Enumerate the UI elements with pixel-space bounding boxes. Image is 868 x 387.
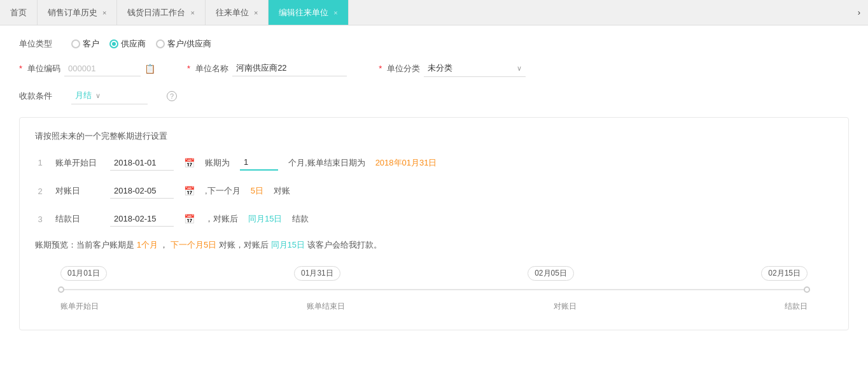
radio-label-supplier: 供应商 <box>121 38 146 50</box>
tab-close-edit-partner[interactable]: × <box>333 9 337 17</box>
timeline-line <box>60 290 808 290</box>
step-1-end-date: 2018年01月31日 <box>375 157 437 169</box>
step-3-highlight: 同月15日 <box>248 213 282 225</box>
preview-text: 账期预览：当前客户账期是 1个月 ， 下一个月5日 对账，对账后 同月15日 该… <box>35 239 833 251</box>
tl-badge-3: 02月05日 <box>528 266 574 281</box>
tl-point-4: 02月15日 <box>761 266 808 281</box>
step-3-suffix: 结款 <box>292 213 309 225</box>
unit-category-field: * 单位分类 未分类 ∨ <box>379 60 526 77</box>
payment-label: 收款条件 <box>19 90 52 102</box>
unit-name-required: * <box>187 64 190 73</box>
section-title: 请按照未来的一个完整帐期进行设置 <box>35 130 833 142</box>
payment-select[interactable]: 月结 ∨ <box>71 87 148 104</box>
unit-code-copy-icon[interactable]: 📋 <box>144 64 155 74</box>
chevron-down-icon: ∨ <box>517 64 522 73</box>
radio-supplier[interactable]: 供应商 <box>109 38 146 50</box>
period-input[interactable] <box>240 155 278 171</box>
timeline-label-row: 账单开始日 账单结束日 对账日 结款日 <box>35 299 833 312</box>
unit-type-radio-group: 客户 供应商 客户/供应商 <box>71 38 211 50</box>
step-1-num: 1 <box>35 158 45 167</box>
timeline: 01月01日 01月31日 02月05日 02月15日 <box>35 266 833 312</box>
step-1-cal-icon[interactable]: 📅 <box>184 158 195 168</box>
step-2-date-input[interactable] <box>110 183 174 199</box>
unit-type-label: 单位类型 <box>19 38 52 50</box>
tab-edit-partner[interactable]: 编辑往来单位 × <box>269 0 348 25</box>
settings-section: 请按照未来的一个完整帐期进行设置 1 账单开始日 📅 账期为 个月,账单结束日期… <box>19 117 849 330</box>
step-2-num: 2 <box>35 186 45 196</box>
step-3-cal-icon[interactable]: 📅 <box>184 214 195 224</box>
unit-name-field: * 单位名称 <box>187 61 347 76</box>
payment-chevron-icon: ∨ <box>95 92 101 100</box>
step-3-date-input[interactable] <box>110 211 174 227</box>
step-1-date-input[interactable] <box>110 155 174 171</box>
tab-home[interactable]: 首页 <box>0 0 38 25</box>
tab-cashflow[interactable]: 钱货日清工作台 × <box>117 0 205 25</box>
radio-circle-both <box>156 39 165 48</box>
step-2-suffix: 对账 <box>274 185 290 197</box>
radio-customer[interactable]: 客户 <box>71 38 99 50</box>
tab-sales-history[interactable]: 销售订单历史 × <box>38 0 117 25</box>
tl-label-3: 对账日 <box>554 301 577 312</box>
step-1-desc-before: 账期为 <box>205 157 230 169</box>
preview-suffix: 该客户会给我打款。 <box>307 240 382 250</box>
payment-row: 收款条件 月结 ∨ ? <box>19 87 849 104</box>
tab-bar: 首页 销售订单历史 × 钱货日清工作台 × 往来单位 × 编辑往来单位 × › <box>0 0 868 25</box>
radio-circle-supplier <box>109 39 118 48</box>
payment-value: 月结 <box>75 90 92 101</box>
tab-close-sales-history[interactable]: × <box>102 9 106 17</box>
unit-type-row: 单位类型 客户 供应商 客户/供应商 <box>19 38 849 50</box>
step-1-label: 账单开始日 <box>55 157 100 169</box>
step-3-prefix: ，对账后 <box>205 213 238 225</box>
tab-partner[interactable]: 往来单位 × <box>206 0 269 25</box>
step-3-row: 3 结款日 📅 ，对账后 同月15日 结款 <box>35 211 833 227</box>
unit-code-label: 单位编码 <box>27 63 60 74</box>
unit-code-input[interactable] <box>64 61 141 76</box>
tl-dot-left <box>58 286 64 293</box>
step-2-highlight: 5日 <box>251 185 263 197</box>
unit-category-value: 未分类 <box>428 62 452 74</box>
radio-circle-customer <box>71 39 80 48</box>
tl-label-4: 结款日 <box>785 301 808 312</box>
preview-mid1: ， <box>160 240 168 250</box>
tl-point-3: 02月05日 <box>528 266 574 281</box>
unit-name-label: 单位名称 <box>195 63 228 74</box>
preview-mid2: 对账，对账后 <box>219 240 269 250</box>
preview-part1: 1个月 <box>137 240 158 250</box>
preview-prefix: 账期预览：当前客户账期是 <box>35 240 134 250</box>
step-1-row: 1 账单开始日 📅 账期为 个月,账单结束日期为 2018年01月31日 <box>35 155 833 171</box>
tl-point-2: 01月31日 <box>294 266 340 281</box>
tl-dot-right <box>804 286 810 293</box>
tab-more-button[interactable]: › <box>850 0 868 25</box>
unit-info-row: * 单位编码 📋 * 单位名称 * 单位分类 未分类 ∨ <box>19 60 849 77</box>
unit-code-required: * <box>19 64 22 73</box>
tl-badge-2: 01月31日 <box>294 266 340 281</box>
step-3-num: 3 <box>35 215 45 224</box>
radio-both[interactable]: 客户/供应商 <box>156 38 211 50</box>
step-3-label: 结款日 <box>55 213 100 225</box>
unit-category-required: * <box>379 64 382 73</box>
step-2-prefix: ,下一个月 <box>205 185 241 197</box>
step-2-cal-icon[interactable]: 📅 <box>184 186 195 196</box>
preview-part2: 下一个月5日 <box>171 240 216 250</box>
tab-close-cashflow[interactable]: × <box>190 9 194 17</box>
tl-label-1: 账单开始日 <box>60 301 99 312</box>
unit-category-select[interactable]: 未分类 ∨ <box>424 60 526 77</box>
step-2-label: 对账日 <box>55 185 100 197</box>
unit-code-field: * 单位编码 📋 <box>19 61 155 76</box>
main-content: 单位类型 客户 供应商 客户/供应商 * 单位编码 📋 * 单位名称 <box>0 25 868 387</box>
tl-badge-1: 01月01日 <box>60 266 107 281</box>
radio-label-customer: 客户 <box>83 38 99 50</box>
step-1-desc-after: 个月,账单结束日期为 <box>288 157 365 169</box>
preview-part3: 同月15日 <box>271 240 305 250</box>
unit-name-input[interactable] <box>232 61 347 76</box>
timeline-line-row <box>35 283 833 296</box>
step-2-row: 2 对账日 📅 ,下一个月 5日 对账 <box>35 183 833 199</box>
tl-label-2: 账单结束日 <box>307 301 345 312</box>
help-icon[interactable]: ? <box>167 91 177 101</box>
timeline-badge-row: 01月01日 01月31日 02月05日 02月15日 <box>35 266 833 281</box>
tl-point-1: 01月01日 <box>60 266 107 281</box>
radio-label-both: 客户/供应商 <box>167 38 211 50</box>
tl-badge-4: 02月15日 <box>761 266 808 281</box>
tab-close-partner[interactable]: × <box>254 9 258 17</box>
unit-category-label: 单位分类 <box>387 63 420 74</box>
